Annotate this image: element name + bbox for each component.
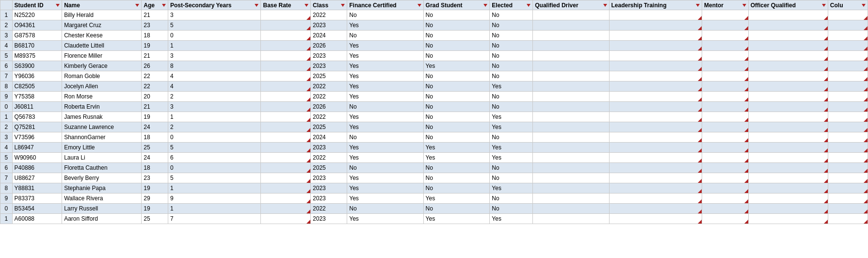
student-id-cell[interactable]: S63900: [12, 61, 62, 71]
elected-cell[interactable]: No: [490, 10, 533, 20]
base-rate-cell[interactable]: [261, 51, 311, 61]
grad-cell[interactable]: No: [423, 20, 490, 31]
name-cell[interactable]: James Rusnak: [62, 112, 142, 122]
student-id-cell[interactable]: Q56783: [12, 112, 62, 122]
class-cell[interactable]: 2025: [311, 163, 347, 173]
age-cell[interactable]: 25: [142, 214, 168, 224]
class-cell[interactable]: 2023: [311, 173, 347, 183]
qual-driver-cell[interactable]: [533, 143, 609, 153]
filter-arrow-officer[interactable]: [822, 4, 826, 7]
col-header-leadership[interactable]: Leadership Training: [609, 0, 702, 10]
grad-cell[interactable]: No: [423, 132, 490, 143]
leadership-cell[interactable]: [609, 132, 702, 143]
mentor-cell[interactable]: [702, 31, 748, 41]
table-row[interactable]: 8C82505Jocelyn Allen2242022YesNoYes: [0, 81, 868, 92]
mentor-cell[interactable]: [702, 122, 748, 132]
leadership-cell[interactable]: [609, 173, 702, 183]
col-header-grad[interactable]: Grad Student: [423, 0, 490, 10]
mentor-cell[interactable]: [702, 20, 748, 31]
age-cell[interactable]: 21: [142, 102, 168, 112]
name-cell[interactable]: Margaret Cruz: [62, 20, 142, 31]
name-cell[interactable]: Ron Morse: [62, 92, 142, 102]
leadership-cell[interactable]: [609, 112, 702, 122]
elected-cell[interactable]: No: [490, 51, 533, 61]
leadership-cell[interactable]: [609, 194, 702, 204]
post-sec-cell[interactable]: 3: [168, 102, 261, 112]
name-cell[interactable]: Wallace Rivera: [62, 194, 142, 204]
finance-cell[interactable]: Yes: [347, 214, 423, 224]
table-row[interactable]: 5W90960Laura Li2462022YesYesYes: [0, 153, 868, 163]
finance-cell[interactable]: No: [347, 10, 423, 20]
student-id-cell[interactable]: Y96036: [12, 71, 62, 81]
mentor-cell[interactable]: [702, 173, 748, 183]
leadership-cell[interactable]: [609, 204, 702, 214]
class-cell[interactable]: 2024: [311, 132, 347, 143]
name-cell[interactable]: Beverly Berry: [62, 173, 142, 183]
leadership-cell[interactable]: [609, 81, 702, 92]
mentor-cell[interactable]: [702, 81, 748, 92]
age-cell[interactable]: 22: [142, 81, 168, 92]
grad-cell[interactable]: Yes: [423, 194, 490, 204]
class-cell[interactable]: 2023: [311, 214, 347, 224]
leadership-cell[interactable]: [609, 92, 702, 102]
filter-arrow-student-id[interactable]: [56, 4, 60, 7]
officer-cell[interactable]: [748, 204, 828, 214]
finance-cell[interactable]: Yes: [347, 112, 423, 122]
elected-cell[interactable]: No: [490, 92, 533, 102]
finance-cell[interactable]: Yes: [347, 41, 423, 51]
elected-cell[interactable]: Yes: [490, 153, 533, 163]
qual-driver-cell[interactable]: [533, 153, 609, 163]
officer-cell[interactable]: [748, 51, 828, 61]
leadership-cell[interactable]: [609, 214, 702, 224]
age-cell[interactable]: 18: [142, 31, 168, 41]
officer-cell[interactable]: [748, 81, 828, 92]
table-row[interactable]: 9Y75358Ron Morse2022022YesNoNo: [0, 92, 868, 102]
class-cell[interactable]: 2023: [311, 143, 347, 153]
table-row[interactable]: 6S63900Kimberly Gerace2682023YesYesNo: [0, 61, 868, 71]
officer-cell[interactable]: [748, 143, 828, 153]
mentor-cell[interactable]: [702, 214, 748, 224]
student-id-cell[interactable]: B53454: [12, 204, 62, 214]
grad-cell[interactable]: No: [423, 112, 490, 122]
finance-cell[interactable]: Yes: [347, 20, 423, 31]
qual-driver-cell[interactable]: [533, 81, 609, 92]
student-id-cell[interactable]: A60088: [12, 214, 62, 224]
finance-cell[interactable]: Yes: [347, 173, 423, 183]
grad-cell[interactable]: No: [423, 51, 490, 61]
qual-driver-cell[interactable]: [533, 173, 609, 183]
col-header-extra[interactable]: Colu: [828, 0, 868, 10]
filter-arrow-finance[interactable]: [418, 4, 421, 7]
officer-cell[interactable]: [748, 214, 828, 224]
post-sec-cell[interactable]: 8: [168, 61, 261, 71]
base-rate-cell[interactable]: [261, 41, 311, 51]
extra-cell[interactable]: [828, 163, 868, 173]
class-cell[interactable]: 2025: [311, 122, 347, 132]
name-cell[interactable]: Aaron Sifford: [62, 214, 142, 224]
name-cell[interactable]: Stephanie Papa: [62, 183, 142, 194]
extra-cell[interactable]: [828, 122, 868, 132]
table-row[interactable]: 0J60811Roberta Ervin2132026NoNoNo: [0, 102, 868, 112]
post-sec-cell[interactable]: 5: [168, 143, 261, 153]
class-cell[interactable]: 2026: [311, 41, 347, 51]
name-cell[interactable]: Claudette Littell: [62, 41, 142, 51]
mentor-cell[interactable]: [702, 153, 748, 163]
mentor-cell[interactable]: [702, 41, 748, 51]
name-cell[interactable]: Billy Herald: [62, 10, 142, 20]
finance-cell[interactable]: Yes: [347, 194, 423, 204]
student-id-cell[interactable]: N25220: [12, 10, 62, 20]
leadership-cell[interactable]: [609, 51, 702, 61]
officer-cell[interactable]: [748, 194, 828, 204]
grad-cell[interactable]: No: [423, 183, 490, 194]
col-header-name[interactable]: Name: [62, 0, 142, 10]
elected-cell[interactable]: No: [490, 20, 533, 31]
leadership-cell[interactable]: [609, 163, 702, 173]
officer-cell[interactable]: [748, 71, 828, 81]
age-cell[interactable]: 26: [142, 61, 168, 71]
age-cell[interactable]: 20: [142, 92, 168, 102]
leadership-cell[interactable]: [609, 20, 702, 31]
grad-cell[interactable]: No: [423, 173, 490, 183]
post-sec-cell[interactable]: 1: [168, 112, 261, 122]
elected-cell[interactable]: Yes: [490, 122, 533, 132]
officer-cell[interactable]: [748, 92, 828, 102]
student-id-cell[interactable]: Y88831: [12, 183, 62, 194]
